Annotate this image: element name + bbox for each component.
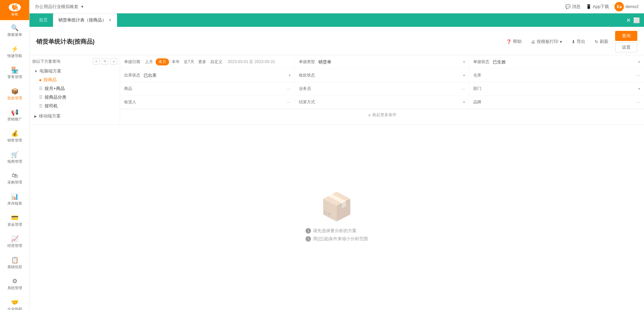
payment-method-select[interactable]: ▾ — [318, 100, 465, 104]
page-actions: ❓ 帮助 🖨 按模板打印 ▾ ⬇ 导出 ↻ 刷新 — [503, 31, 637, 52]
page-header: 销货单统计表(按商品) ❓ 帮助 🖨 按模板打印 ▾ ⬇ 导出 — [30, 27, 644, 55]
sidebar-finance-label: 资金管理 — [7, 222, 22, 227]
collapse-bar[interactable]: ∧ 收起更多条件 — [120, 109, 644, 120]
sidebar-item-finance[interactable]: 💳 资金管理 — [0, 210, 29, 231]
window-close-icon[interactable]: ✕ — [626, 17, 631, 23]
date-btn-7days[interactable]: 近7天 — [182, 58, 196, 65]
tab-sales-stat[interactable]: 销货单统计表（按商品） ✕ — [53, 13, 117, 27]
scheme-group-mobile-header[interactable]: ▶ 移动端方案 — [32, 112, 117, 120]
sidebar-item-marketing[interactable]: 📢 营销推广 — [0, 105, 29, 126]
brand-label: 品牌 — [473, 99, 490, 105]
sidebar-purchase-label: 采购管理 — [7, 180, 22, 185]
date-btn-this-year[interactable]: 本年 — [170, 58, 181, 65]
inventory-icon: 📊 — [11, 193, 18, 200]
refresh-btn[interactable]: ↻ 刷新 — [592, 37, 611, 46]
filter-row-3: 商品 ··· 业务员 ··· 部门 — [120, 82, 644, 96]
payment-status-select[interactable]: ▾ — [318, 73, 465, 77]
scheme-add-btn[interactable]: + — [93, 58, 100, 65]
settings-button[interactable]: 设置 — [615, 42, 637, 52]
avatar: Ea — [614, 2, 624, 11]
scheme-panel: 按以下方案查询 + ✎ « ▼ 电脑端方案 — [30, 55, 120, 124]
outbound-status-select[interactable]: 已出库 ▾ — [144, 72, 290, 79]
filter-cell-doc-type: 单据类型 销货单 ▾ — [295, 55, 470, 69]
topbar: 办公用品行业模拟账套 ▾ 💬 消息 📱 App下载 Ea demo2 — [30, 0, 644, 13]
sidebar-item-search[interactable]: 🔍 搜索菜单 — [0, 20, 29, 41]
doc-status-select[interactable]: 已生效 ▾ — [493, 59, 640, 65]
content-area: 销货单统计表(按商品) ❓ 帮助 🖨 按模板打印 ▾ ⬇ 导出 — [30, 27, 644, 310]
month-product-icon: ☰ — [39, 86, 43, 91]
receiver-input[interactable] — [144, 100, 284, 105]
marketing-icon: 📢 — [11, 109, 18, 116]
sidebar-item-retail[interactable]: 🏪 零售管理 — [0, 62, 29, 84]
salesperson-label: 业务员 — [299, 86, 316, 92]
outbound-status-arrow: ▾ — [289, 73, 290, 77]
receiver-more-btn[interactable]: ··· — [287, 100, 290, 105]
doc-type-arrow: ▾ — [463, 60, 465, 64]
message-icon: 💬 — [565, 4, 571, 9]
sidebar-item-basic[interactable]: 📋 基础信息 — [0, 252, 29, 273]
department-select[interactable]: ▾ — [493, 87, 640, 91]
page-title: 销货单统计表(按商品) — [36, 38, 95, 46]
scheme-icons: + ✎ « — [93, 58, 117, 65]
warehouse-more-btn[interactable]: ··· — [637, 73, 640, 78]
empty-tip-1: 1 请先选择要分析的方案 — [306, 228, 368, 234]
doc-type-select[interactable]: 销货单 ▾ — [318, 59, 465, 65]
category-icon: ☰ — [39, 95, 43, 100]
logo-text: 标账 — [11, 12, 18, 17]
receiver-label: 收货人 — [124, 99, 141, 105]
tab-close-icon[interactable]: ✕ — [108, 18, 112, 22]
quick-icon: ⚡ — [11, 45, 18, 53]
sidebar-item-wholesale[interactable]: 📦 批发管理 — [0, 84, 29, 105]
scheme-edit-btn[interactable]: ✎ — [102, 58, 108, 65]
date-label: 单据日期 — [124, 59, 141, 65]
scheme-item-by-driver[interactable]: ☰ 按司机 — [32, 102, 117, 110]
doc-type-label: 单据类型 — [299, 59, 316, 65]
filter-cell-department: 部门 ▾ — [469, 82, 644, 96]
dropdown-arrow[interactable]: ▾ — [81, 4, 84, 9]
salesperson-more-btn[interactable]: ··· — [462, 87, 465, 91]
app-label: App下载 — [593, 4, 609, 10]
sidebar-quick-label: 快捷导航 — [7, 53, 22, 58]
message-btn[interactable]: 💬 消息 — [565, 4, 581, 10]
export-btn[interactable]: ⬇ 导出 — [569, 37, 588, 46]
doc-status-arrow: ▾ — [638, 60, 640, 64]
tab-home[interactable]: 首页 — [34, 13, 53, 27]
empty-state: 📦 1 请先选择要分析的方案 2 用[过滤]条件来缩小分析范围 — [30, 125, 644, 310]
query-button[interactable]: 查询 — [615, 31, 637, 41]
brand-more-btn[interactable]: ··· — [637, 100, 640, 105]
sidebar-item-system[interactable]: ⚙ 系统管理 — [0, 273, 29, 295]
sidebar-item-enterprise[interactable]: 🤝 企业协同 — [0, 295, 29, 310]
sidebar-item-purchase[interactable]: 🛍 采购管理 — [0, 168, 29, 189]
sidebar-inventory-label: 库存核算 — [7, 201, 22, 206]
scheme-item-by-month-product[interactable]: ☰ 按月+商品 — [32, 84, 117, 93]
product-input[interactable] — [144, 86, 284, 91]
scheme-collapse-btn[interactable]: « — [110, 58, 117, 65]
sidebar-item-quick[interactable]: ⚡ 快捷导航 — [0, 41, 29, 62]
salesperson-input[interactable] — [318, 86, 459, 91]
industry-label: 办公用品行业模拟账套 — [35, 4, 78, 10]
sidebar-item-inventory[interactable]: 📊 库存核算 — [0, 189, 29, 210]
sidebar-search-label: 搜索菜单 — [7, 32, 22, 37]
date-btn-this-month[interactable]: 本月 — [156, 58, 169, 65]
user-area[interactable]: Ea demo2 — [614, 2, 639, 11]
scheme-group-desktop-header[interactable]: ▼ 电脑端方案 — [32, 67, 117, 75]
window-maximize-icon[interactable]: ⬜ — [633, 17, 640, 23]
help-btn[interactable]: ❓ 帮助 — [503, 37, 524, 46]
sidebar-ecommerce-label: 电商管理 — [7, 159, 22, 164]
filter-cell-product: 商品 ··· — [120, 82, 295, 96]
app-download-btn[interactable]: 📱 App下载 — [586, 4, 609, 10]
scheme-item-by-product[interactable]: ● 按商品 — [32, 75, 117, 84]
product-more-btn[interactable]: ··· — [287, 87, 290, 91]
date-btn-more[interactable]: 更多 — [197, 58, 208, 65]
mobile-group-label: 移动端方案 — [39, 113, 61, 119]
print-btn[interactable]: 🖨 按模板打印 ▾ — [528, 37, 565, 46]
sidebar-item-ecommerce[interactable]: 🛒 电商管理 — [0, 147, 29, 168]
purchase-icon: 🛍 — [12, 172, 18, 179]
sidebar-item-operation[interactable]: 📈 经营管理 — [0, 231, 29, 252]
date-btn-custom[interactable]: 自定义 — [209, 58, 224, 65]
brand-input[interactable] — [493, 100, 634, 105]
date-btn-last-month[interactable]: 上月 — [144, 58, 154, 65]
scheme-item-by-category[interactable]: ☰ 按商品分类 — [32, 93, 117, 102]
sidebar-item-sales[interactable]: 💰 销售管理 — [0, 126, 29, 147]
scheme-header: 按以下方案查询 + ✎ « — [32, 58, 117, 65]
